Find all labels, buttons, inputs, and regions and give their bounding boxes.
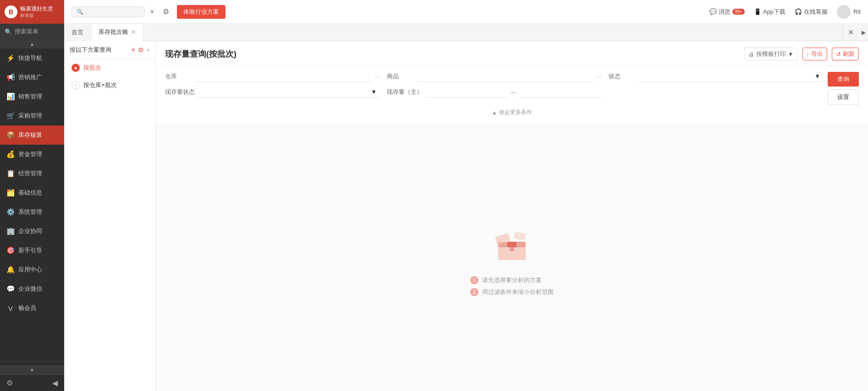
sidebar-item-quick-nav[interactable]: ⚡ 快捷导航 [0, 49, 64, 68]
empty-state: 1 请先选择要分析的方案 2 用过滤条件来缩小分析范围 [156, 126, 868, 391]
tab-batch-account[interactable]: 库存批次账 ✕ [91, 24, 143, 41]
collapse-more-btn[interactable]: ▲ 收起更多条件 [165, 105, 859, 120]
product-more-btn[interactable]: ··· [597, 73, 601, 80]
basic-icon: 🗂️ [6, 189, 15, 197]
tabbar: 首页 库存批次账 ✕ ✕ ▶ [64, 24, 868, 41]
app-center-icon: 🔔 [6, 266, 15, 274]
settings-icon[interactable]: ⚙ [6, 379, 13, 387]
purchase-icon: 🛒 [6, 112, 15, 120]
page-content: 按以下方案查询 + ⚙ « ● 按批次 ○ 按仓库+批次 现存量查询(按批次) [64, 41, 868, 391]
user-menu[interactable]: Rit [837, 5, 861, 19]
sidebar-item-inventory[interactable]: 📦 库存核算 [0, 125, 64, 145]
query-btn[interactable]: 查询 [828, 72, 859, 87]
sidebar-item-basic[interactable]: 🗂️ 基础信息 [0, 183, 64, 202]
sidebar-item-purchase[interactable]: 🛒 采购管理 [0, 106, 64, 125]
sidebar-bottom: ⚙ ◀ [0, 375, 64, 391]
svg-rect-4 [514, 232, 526, 240]
user-name: Rit [853, 8, 861, 15]
sidebar-item-app-center[interactable]: 🔔 应用中心 [0, 260, 64, 279]
stock-qty-max-input[interactable] [519, 87, 602, 98]
left-panel: 按以下方案查询 + ⚙ « ● 按批次 ○ 按仓库+批次 [64, 41, 156, 391]
tab-home[interactable]: 首页 [64, 24, 91, 41]
sidebar-item-enterprise[interactable]: 🏢 企业协同 [0, 222, 64, 241]
tabbar-right-btn[interactable]: ▶ [859, 24, 868, 41]
topbar-search-box[interactable]: 🔍 [71, 6, 145, 17]
scheme-item-by-batch[interactable]: ● 按批次 [64, 59, 155, 76]
stock-status-select[interactable]: ▼ [198, 87, 379, 98]
vip-icon: V [6, 304, 15, 312]
search-icon: 🔍 [77, 9, 83, 15]
sidebar-item-sales[interactable]: 📊 销售管理 [0, 87, 64, 106]
tabbar-close-all-btn[interactable]: ✕ [842, 24, 859, 41]
refresh-btn[interactable]: ↺ 刷新 [832, 48, 859, 60]
tip-1-text: 请先选择要分析的方案 [482, 276, 542, 284]
scheme-item-by-warehouse-batch[interactable]: ○ 按仓库+批次 [64, 76, 155, 94]
empty-tips: 1 请先选择要分析的方案 2 用过滤条件来缩小分析范围 [470, 276, 554, 296]
sidebar-item-label: 库存核算 [18, 131, 42, 139]
tip-1-num: 1 [470, 276, 478, 284]
print-dropdown-icon: ▼ [788, 51, 794, 58]
filter-product: 商品 ··· [387, 71, 601, 82]
sales-icon: 📊 [6, 92, 15, 101]
sidebar-item-label: 经营管理 [18, 169, 42, 178]
sidebar-item-marketing[interactable]: 📢 营销推广 [0, 68, 64, 87]
message-btn[interactable]: 💬 消息 99+ [709, 8, 745, 16]
status-dropdown-icon: ▼ [814, 73, 820, 80]
sidebar-scroll-up[interactable]: ▲ [0, 39, 64, 49]
sidebar-item-label: 应用中心 [18, 266, 42, 274]
online-service-btn[interactable]: 🎧 在线客服 [795, 8, 828, 16]
scheme-settings-btn[interactable]: ⚙ [138, 46, 144, 54]
filter-fields: 仓库 ··· 商品 ··· 状态 [165, 71, 823, 105]
sidebar-item-system[interactable]: ⚙️ 系统管理 [0, 202, 64, 222]
filter-area: 仓库 ··· 商品 ··· 状态 [156, 65, 868, 126]
collapse-left-panel-btn[interactable]: « [147, 47, 150, 53]
warehouse-more-btn[interactable]: ··· [375, 73, 379, 80]
app-download-btn[interactable]: 📱 App下载 [754, 8, 786, 16]
title-actions: 🖨 按模板打印 ▼ ↑ 导出 ↺ 刷新 [744, 48, 859, 60]
filter-section: 仓库 ··· 商品 ··· 状态 [165, 71, 859, 105]
add-scheme-btn[interactable]: + [131, 46, 135, 54]
sidebar-item-operation[interactable]: 📋 经营管理 [0, 164, 64, 183]
sidebar-item-label: 畅会员 [18, 304, 36, 312]
sidebar-item-wechat[interactable]: 💬 企业微信 [0, 279, 64, 299]
empty-illustration [489, 221, 535, 267]
search-icon: 🔍 [5, 28, 12, 35]
marketing-icon: 📢 [6, 73, 15, 81]
sidebar-search-menu[interactable]: 🔍 搜索菜单 [0, 24, 64, 39]
left-panel-actions: + ⚙ « [131, 46, 150, 54]
collapse-sidebar-icon[interactable]: ◀ [52, 379, 58, 387]
topbar-settings-btn[interactable]: ⚙ [159, 5, 172, 18]
finance-icon: 💰 [6, 150, 15, 158]
stock-qty-min-input[interactable] [425, 87, 508, 98]
warehouse-input[interactable] [195, 71, 372, 82]
service-icon: 🎧 [795, 8, 802, 15]
print-icon: 🖨 [748, 51, 754, 58]
scheme-label-by-batch: 按批次 [83, 64, 101, 72]
status-select[interactable]: ▼ [639, 71, 823, 82]
tip-2-num: 2 [470, 288, 478, 296]
product-input[interactable] [417, 71, 594, 82]
sidebar-item-guide[interactable]: 🎯 新手引导 [0, 241, 64, 260]
sidebar-item-finance[interactable]: 💰 资金管理 [0, 145, 64, 164]
experience-btn[interactable]: 体验行业方案 [177, 5, 225, 19]
filter-settings-btn[interactable]: 设置 [828, 89, 859, 105]
range-dash: — [511, 89, 516, 96]
topbar-right: 💬 消息 99+ 📱 App下载 🎧 在线客服 Rit [709, 5, 861, 19]
topbar-dropdown-arrow[interactable]: ▼ [149, 9, 155, 15]
tab-close-icon[interactable]: ✕ [131, 29, 136, 35]
page-title-bar: 现存量查询(按批次) 🖨 按模板打印 ▼ ↑ 导出 ↺ 刷新 [156, 41, 868, 65]
export-btn[interactable]: ↑ 导出 [802, 48, 828, 60]
sidebar-header: B 畅康通好生意 标准版 [0, 0, 64, 24]
filter-row-1: 仓库 ··· 商品 ··· 状态 [165, 71, 823, 82]
stock-qty-label: 现存量（主） [387, 88, 423, 96]
collapse-up-icon: ▲ [492, 109, 497, 116]
enterprise-icon: 🏢 [6, 227, 15, 235]
status-label: 状态 [609, 72, 636, 81]
tip-2-text: 用过滤条件来缩小分析范围 [482, 288, 554, 296]
print-btn[interactable]: 🖨 按模板打印 ▼ [744, 48, 798, 60]
export-icon: ↑ [807, 51, 810, 58]
sidebar-item-vip[interactable]: V 畅会员 [0, 299, 64, 318]
scheme-label-by-warehouse-batch: 按仓库+批次 [83, 81, 117, 89]
sidebar-scroll-down[interactable]: ▼ [0, 365, 64, 375]
filter-status: 状态 ▼ [609, 71, 823, 82]
